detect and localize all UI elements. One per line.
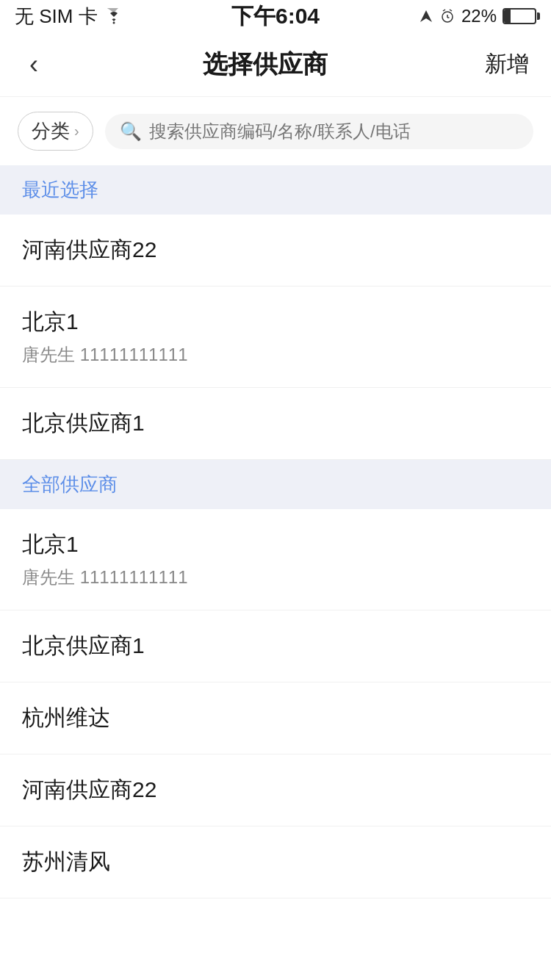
back-button[interactable]: ‹ bbox=[22, 42, 46, 87]
nav-bar: ‹ 选择供应商 新增 bbox=[0, 32, 551, 97]
list-item[interactable]: 北京1唐先生 11111111111 bbox=[0, 287, 551, 388]
item-sub: 唐先生 11111111111 bbox=[22, 566, 529, 589]
search-icon: 🔍 bbox=[120, 121, 142, 142]
list-item[interactable]: 苏州清风 bbox=[0, 826, 551, 898]
item-name: 北京1 bbox=[22, 307, 529, 337]
item-name: 河南供应商22 bbox=[22, 775, 529, 805]
search-bar: 分类 › 🔍 bbox=[0, 97, 551, 165]
category-label: 分类 bbox=[32, 118, 70, 144]
item-sub: 唐先生 11111111111 bbox=[22, 343, 529, 367]
location-icon bbox=[419, 9, 433, 24]
wifi-icon bbox=[104, 8, 124, 24]
battery-percent: 22% bbox=[461, 6, 497, 26]
list-item[interactable]: 河南供应商22 bbox=[0, 215, 551, 287]
status-right: 22% bbox=[419, 6, 536, 26]
list-item[interactable]: 北京1唐先生 11111111111 bbox=[0, 509, 551, 610]
svg-line-5 bbox=[450, 10, 452, 11]
list-item[interactable]: 北京供应商1 bbox=[0, 388, 551, 460]
status-carrier: 无 SIM 卡 bbox=[15, 4, 124, 29]
list-item[interactable]: 北京供应商1 bbox=[0, 610, 551, 682]
alarm-icon bbox=[439, 8, 455, 24]
status-time: 下午6:04 bbox=[231, 1, 320, 32]
page-title: 选择供应商 bbox=[203, 48, 328, 82]
recent-list: 河南供应商22北京1唐先生 11111111111北京供应商1 bbox=[0, 215, 551, 460]
category-button[interactable]: 分类 › bbox=[18, 112, 93, 151]
all-list: 北京1唐先生 11111111111北京供应商1杭州维达河南供应商22苏州清风 bbox=[0, 509, 551, 898]
item-name: 苏州清风 bbox=[22, 847, 529, 877]
recent-section-header: 最近选择 bbox=[0, 165, 551, 215]
item-name: 河南供应商22 bbox=[22, 235, 529, 265]
search-wrapper: 🔍 bbox=[105, 114, 533, 149]
list-item[interactable]: 河南供应商22 bbox=[0, 754, 551, 826]
item-name: 北京供应商1 bbox=[22, 408, 529, 439]
svg-line-4 bbox=[443, 10, 445, 11]
item-name: 北京1 bbox=[22, 530, 529, 560]
battery-icon bbox=[503, 8, 536, 24]
list-item[interactable]: 杭州维达 bbox=[0, 682, 551, 754]
item-name: 北京供应商1 bbox=[22, 631, 529, 661]
add-button[interactable]: 新增 bbox=[485, 49, 529, 79]
all-section-header: 全部供应商 bbox=[0, 460, 551, 509]
status-bar: 无 SIM 卡 下午6:04 22% bbox=[0, 0, 551, 32]
item-name: 杭州维达 bbox=[22, 703, 529, 733]
svg-point-0 bbox=[112, 22, 115, 24]
search-input[interactable] bbox=[149, 121, 519, 142]
chevron-right-icon: › bbox=[74, 123, 79, 140]
